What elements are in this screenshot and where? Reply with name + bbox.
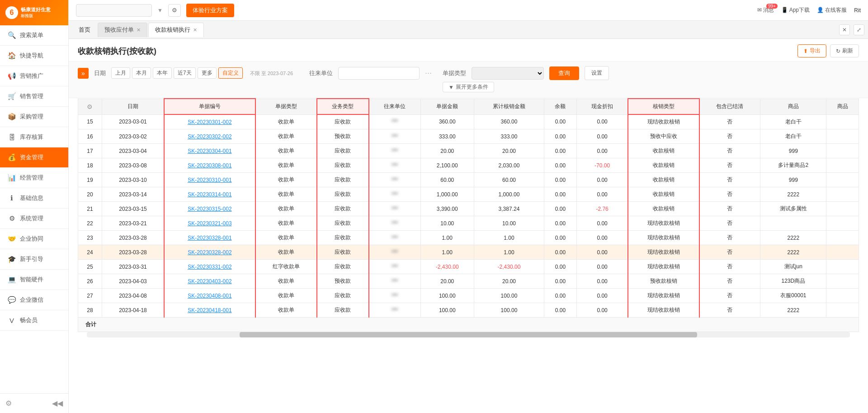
topbar-gear-button[interactable]: ⚙: [168, 4, 181, 17]
cell-product2: [826, 303, 859, 318]
table-row[interactable]: 18 2023-03-08 SK-20230308-001 收款单 应收款 **…: [78, 158, 859, 173]
app-download-link[interactable]: 📱 App下载: [781, 6, 810, 14]
bill-no-link[interactable]: SK-20230308-001: [188, 162, 231, 169]
scrollbar-thumb[interactable]: [240, 332, 698, 337]
table-row[interactable]: 21 2023-03-15 SK-20230315-002 收款单 应收款 **…: [78, 202, 859, 216]
collapse-icon[interactable]: ◀◀: [52, 399, 63, 408]
cell-product1: 多计量商品2: [760, 158, 826, 173]
sidebar-item-operations[interactable]: 📊 经营管理: [0, 168, 68, 188]
date-btn-this-year[interactable]: 本年: [153, 67, 172, 79]
sidebar-item-sales[interactable]: 🛒 销售管理: [0, 86, 68, 107]
sidebar-item-hardware[interactable]: 💻 智能硬件: [0, 270, 68, 290]
settings-icon[interactable]: ⚙: [5, 399, 12, 408]
table-gear-icon[interactable]: ⚙: [87, 103, 93, 110]
bill-no-link[interactable]: SK-20230403-002: [188, 278, 231, 285]
tab-close-all-button[interactable]: ✕: [839, 24, 850, 35]
table-row[interactable]: 25 2023-03-31 SK-20230331-002 红字收款单 应收款 …: [78, 260, 859, 274]
table-row[interactable]: 15 2023-03-01 SK-20230301-002 收款单 应收款 **…: [78, 114, 859, 129]
table-row[interactable]: 17 2023-03-04 SK-20230304-001 收款单 应收款 **…: [78, 144, 859, 158]
date-filter-label: 日期: [94, 69, 106, 77]
table-row[interactable]: 24 2023-03-28 SK-20230328-002 收款单 应收款 **…: [78, 245, 859, 260]
col-amount: 单据金额: [420, 99, 474, 114]
table-row[interactable]: 19 2023-03-10 SK-20230310-001 收款单 应收款 **…: [78, 173, 859, 187]
tab-prepay[interactable]: 预收应付单 ✕: [98, 23, 147, 37]
message-icon: ✉: [757, 7, 762, 13]
bill-no-link[interactable]: SK-20230418-001: [188, 307, 231, 313]
bill-no-link[interactable]: SK-20230302-002: [188, 133, 231, 140]
cell-biz-type: 预收款: [317, 129, 369, 144]
tab-expand-button[interactable]: ⤢: [854, 24, 864, 35]
bill-no-link[interactable]: SK-20230301-002: [188, 119, 231, 125]
table-row[interactable]: 27 2023-04-08 SK-20230408-001 收款单 应收款 **…: [78, 289, 859, 303]
date-btn-custom[interactable]: 自定义: [218, 67, 243, 79]
col-gear[interactable]: ⚙: [78, 99, 102, 114]
sidebar-item-inventory[interactable]: 🗄 库存核算: [0, 127, 68, 147]
bill-no-link[interactable]: SK-20230328-002: [188, 249, 231, 256]
bill-no-link[interactable]: SK-20230314-001: [188, 191, 231, 198]
partner-filter-dots[interactable]: ···: [425, 68, 432, 78]
cell-discount: 0.00: [576, 289, 628, 303]
cell-written-off: 360.00: [474, 114, 544, 129]
bill-no-link[interactable]: SK-20230328-001: [188, 235, 231, 241]
refresh-button[interactable]: ↻ 刷新: [830, 44, 859, 57]
cell-discount: 0.00: [576, 245, 628, 260]
table-row[interactable]: 23 2023-03-28 SK-20230328-001 收款单 应收款 **…: [78, 231, 859, 245]
tab-prepay-close[interactable]: ✕: [137, 27, 141, 33]
col-partner: 往来单位: [369, 99, 420, 114]
sidebar-item-label: 企业微信: [20, 296, 43, 304]
bill-no-link[interactable]: SK-20230310-001: [188, 177, 231, 183]
sidebar-item-label: 智能硬件: [20, 275, 43, 284]
table-footer-row: 合计: [78, 318, 859, 332]
date-btn-last-month[interactable]: 上月: [111, 67, 130, 79]
filter-toggle-button[interactable]: »: [78, 68, 89, 79]
sidebar-item-wechat[interactable]: 💬 企业微信: [0, 290, 68, 310]
sidebar-item-finance[interactable]: 💰 资金管理: [0, 147, 68, 168]
filter-bar: » 日期 上月 本月 本年 近7天 更多 自定义 不限 至 2023-07-26…: [69, 62, 868, 98]
date-btn-this-month[interactable]: 本月: [132, 67, 151, 79]
sidebar-item-marketing[interactable]: 📢 营销推广: [0, 66, 68, 86]
cell-date: 2023-03-10: [102, 173, 164, 187]
cell-date: 2023-03-28: [102, 245, 164, 260]
topbar-search-input[interactable]: [76, 4, 152, 17]
tab-receipt-close[interactable]: ✕: [193, 27, 197, 33]
online-service-link[interactable]: 👤 在线客服: [817, 6, 847, 14]
sidebar-item-enterprise[interactable]: 🤝 企业协同: [0, 229, 68, 249]
cell-included: 否: [699, 114, 760, 129]
cell-biz-type: 应收款: [317, 303, 369, 318]
date-btn-7days[interactable]: 近7天: [174, 67, 196, 79]
expand-more-btn[interactable]: ▼ 展开更多条件: [443, 82, 494, 92]
date-btn-more[interactable]: 更多: [198, 67, 217, 79]
sidebar-item-basic[interactable]: ℹ 基础信息: [0, 188, 68, 209]
bill-no-link[interactable]: SK-20230304-001: [188, 148, 231, 154]
sidebar-item-search[interactable]: 🔍 搜索菜单: [0, 25, 68, 46]
sidebar-item-vip[interactable]: V 畅会员: [0, 310, 68, 331]
tab-home[interactable]: 首页: [72, 23, 97, 37]
table-row[interactable]: 26 2023-04-03 SK-20230403-002 收款单 预收款 **…: [78, 274, 859, 289]
settings-button[interactable]: 设置: [585, 66, 609, 80]
table-row[interactable]: 22 2023-03-21 SK-20230321-003 收款单 应收款 **…: [78, 216, 859, 231]
bill-no-link[interactable]: SK-20230315-002: [188, 206, 231, 212]
sidebar-item-guide[interactable]: 🎓 新手引导: [0, 249, 68, 270]
horizontal-scrollbar[interactable]: [87, 332, 850, 337]
dropdown-arrow-icon[interactable]: ▼: [157, 7, 163, 14]
table-row[interactable]: 20 2023-03-14 SK-20230314-001 收款单 应收款 **…: [78, 187, 859, 202]
solution-button[interactable]: 体验行业方案: [186, 4, 234, 17]
export-button[interactable]: ⬆ 导出: [797, 44, 826, 57]
bill-no-link[interactable]: SK-20230408-001: [188, 293, 231, 299]
cell-no: 23: [78, 231, 102, 245]
message-button[interactable]: ✉ 消息 99+: [757, 6, 774, 14]
sidebar-item-system[interactable]: ⚙ 系统管理: [0, 209, 68, 229]
query-button[interactable]: 查询: [549, 66, 579, 80]
sidebar-item-label: 新手引导: [20, 255, 43, 263]
tab-receipt[interactable]: 收款核销执行 ✕: [148, 23, 204, 37]
bill-type-filter-select[interactable]: [472, 67, 544, 80]
sidebar-item-shortcuts[interactable]: 🏠 快捷导航: [0, 46, 68, 66]
bill-no-link[interactable]: SK-20230331-002: [188, 264, 231, 270]
partner-filter-input[interactable]: [338, 67, 420, 80]
table-row[interactable]: 28 2023-04-18 SK-20230418-001 收款单 应收款 **…: [78, 303, 859, 318]
bill-no-link[interactable]: SK-20230321-003: [188, 220, 231, 227]
search-icon: 🔍: [7, 31, 16, 40]
sidebar-item-purchase[interactable]: 📦 采购管理: [0, 107, 68, 127]
cell-bill-no: SK-20230321-003: [164, 216, 255, 231]
table-row[interactable]: 16 2023-03-02 SK-20230302-002 收款单 预收款 **…: [78, 129, 859, 144]
